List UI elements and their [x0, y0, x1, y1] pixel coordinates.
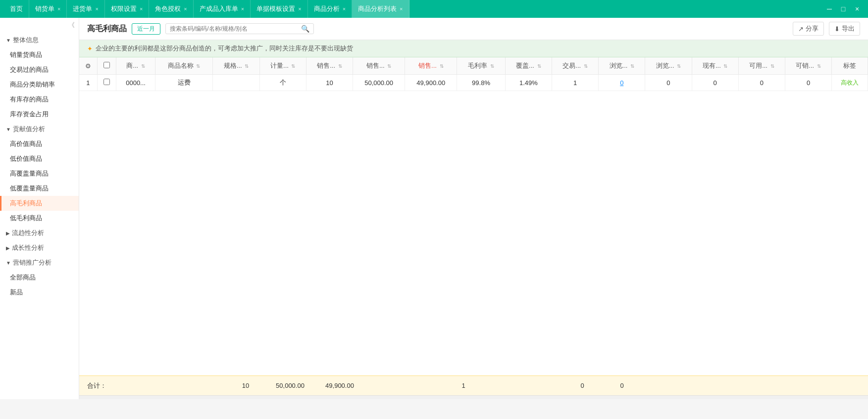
nav-item-sales[interactable]: 销货单 ×	[29, 0, 67, 18]
content-header: 高毛利商品 近一月 🔍 ↗ 分享 ⬇ 导出	[79, 18, 868, 40]
sidebar-item-in-stock[interactable]: 有库存的商品	[0, 92, 79, 107]
share-icon: ↗	[798, 25, 804, 33]
sort-icon: ⇅	[291, 63, 295, 69]
sort-icon: ⇅	[440, 63, 444, 69]
nav-close-inbound[interactable]: ×	[241, 6, 244, 12]
cell-unit: 个	[259, 75, 306, 91]
sidebar-item-high-value[interactable]: 高价值商品	[0, 137, 79, 151]
sidebar-item-high-coverage[interactable]: 高覆盖量商品	[0, 166, 79, 181]
nav-close-purchase[interactable]: ×	[95, 6, 98, 12]
sidebar-item-traded-goods[interactable]: 交易过的商品	[0, 62, 79, 77]
data-table: ⚙ 商... ⇅ 商品名称 ⇅	[79, 57, 868, 91]
sort-icon: ⇅	[817, 63, 821, 69]
col-checkbox[interactable]	[97, 57, 116, 75]
table-wrapper: ⚙ 商... ⇅ 商品名称 ⇅	[79, 57, 868, 375]
sidebar-item-low-value[interactable]: 低价值商品	[0, 151, 79, 166]
sidebar-item-low-coverage[interactable]: 低覆盖量商品	[0, 181, 79, 196]
sort-icon: ⇅	[141, 63, 145, 69]
search-input[interactable]	[170, 25, 301, 32]
nav-item-inbound[interactable]: 产成品入库单 ×	[194, 0, 251, 18]
footer-label: 合计：	[87, 381, 127, 390]
col-transactions[interactable]: 交易... ⇅	[552, 57, 598, 75]
nav-item-analysis[interactable]: 商品分析 ×	[308, 0, 352, 18]
nav-close-permissions[interactable]: ×	[140, 6, 143, 12]
select-all-checkbox[interactable]	[103, 62, 110, 68]
horizontal-scrollbar[interactable]	[79, 395, 868, 399]
nav-item-roles[interactable]: 角色授权 ×	[149, 0, 193, 18]
sidebar-group-trend[interactable]: ▶ 流趋性分析	[0, 226, 79, 240]
footer-available: 0	[602, 382, 642, 389]
col-tag[interactable]: 标签	[832, 57, 868, 75]
col-unit[interactable]: 计量... ⇅	[259, 57, 306, 75]
cell-sales-amount: 50,000.00	[353, 75, 405, 91]
nav-close-analysis[interactable]: ×	[343, 6, 346, 12]
share-btn[interactable]: ↗ 分享	[793, 22, 824, 36]
sidebar-item-capital-occupied[interactable]: 库存资金占用	[0, 107, 79, 122]
nav-item-analysis-list[interactable]: 商品分析列表 ×	[352, 0, 409, 18]
filter-recent-btn[interactable]: 近一月	[132, 23, 160, 35]
sort-icon: ⇅	[338, 63, 342, 69]
col-sales-amount[interactable]: 销售... ⇅	[353, 57, 405, 75]
nav-item-permissions[interactable]: 权限设置 ×	[105, 0, 149, 18]
window-close-btn[interactable]: ×	[850, 2, 864, 16]
sidebar-item-new-goods[interactable]: 新品	[0, 285, 79, 300]
cell-views1[interactable]: 0	[599, 75, 645, 91]
sort-icon: ⇅	[196, 63, 200, 69]
sort-icon: ⇅	[490, 63, 494, 69]
sidebar-item-high-margin[interactable]: 高毛利商品	[0, 196, 79, 211]
cell-checkbox[interactable]	[97, 75, 116, 91]
cell-available: 0	[738, 75, 785, 91]
window-maximize-btn[interactable]: □	[836, 2, 850, 16]
arrow-icon: ▼	[6, 38, 11, 43]
nav-item-purchase[interactable]: 进货单 ×	[67, 0, 104, 18]
col-sellable[interactable]: 可销... ⇅	[785, 57, 831, 75]
arrow-icon: ▶	[6, 245, 10, 251]
sidebar-item-low-margin[interactable]: 低毛利商品	[0, 211, 79, 226]
col-views2[interactable]: 浏览... ⇅	[645, 57, 692, 75]
col-coverage[interactable]: 覆盖... ⇅	[505, 57, 552, 75]
sort-icon: ⇅	[770, 63, 774, 69]
footer-sales-qty: 10	[226, 382, 265, 389]
search-icon[interactable]: 🔍	[301, 25, 309, 33]
nav-close-sales[interactable]: ×	[57, 6, 60, 12]
sort-icon: ⇅	[584, 63, 588, 69]
col-available[interactable]: 可用... ⇅	[738, 57, 785, 75]
sidebar-item-hot-goods[interactable]: 销量货商品	[0, 47, 79, 62]
nav-item-template[interactable]: 单据模板设置 ×	[251, 0, 307, 18]
window-minimize-btn[interactable]: ─	[822, 2, 836, 16]
col-code[interactable]: 商... ⇅	[116, 57, 155, 75]
sidebar: 《 ▼ 整体信息 销量货商品 交易过的商品 商品分类助销率 有库存的商品 库存资…	[0, 18, 79, 399]
nav-item-home[interactable]: 首页	[4, 0, 29, 18]
col-gross-margin[interactable]: 毛利率 ⇅	[457, 57, 505, 75]
arrow-icon: ▼	[6, 127, 11, 132]
sidebar-item-category-assist-rate[interactable]: 商品分类助销率	[0, 77, 79, 92]
cell-code: 0000...	[116, 75, 155, 91]
sidebar-group-overview[interactable]: ▼ 整体信息	[0, 33, 79, 47]
col-settings[interactable]: ⚙	[79, 57, 97, 75]
table-row: 1 0000... 运费 个 10 50,000.00 49,900.00 99…	[79, 75, 868, 91]
col-spec[interactable]: 规格... ⇅	[213, 57, 259, 75]
content-area: 高毛利商品 近一月 🔍 ↗ 分享 ⬇ 导出 ✦ 企业的主要的利润都是这部分商品创…	[79, 18, 868, 399]
sidebar-group-marketing[interactable]: ▼ 营销推广分析	[0, 255, 79, 270]
sort-icon: ⇅	[245, 63, 249, 69]
sidebar-group-contribution[interactable]: ▼ 贡献值分析	[0, 122, 79, 137]
col-views1[interactable]: 浏览... ⇅	[599, 57, 645, 75]
nav-close-roles[interactable]: ×	[184, 6, 187, 12]
footer-transactions: 1	[444, 382, 483, 389]
sort-icon: ⇅	[387, 63, 391, 69]
cell-views2: 0	[645, 75, 692, 91]
export-btn[interactable]: ⬇ 导出	[829, 22, 860, 36]
sidebar-group-growth[interactable]: ▶ 成长性分析	[0, 240, 79, 255]
nav-close-template[interactable]: ×	[298, 6, 301, 12]
sort-icon: ⇅	[723, 63, 727, 69]
col-sales-qty[interactable]: 销售... ⇅	[306, 57, 353, 75]
sort-icon: ⇅	[537, 63, 541, 69]
col-sales-cost[interactable]: 销售... ⇅	[405, 57, 457, 75]
nav-close-analysis-list[interactable]: ×	[400, 6, 403, 12]
col-current-stock[interactable]: 现有... ⇅	[692, 57, 738, 75]
cell-spec	[213, 75, 259, 91]
sidebar-collapse-btn[interactable]: 《	[0, 18, 79, 33]
col-name[interactable]: 商品名称 ⇅	[155, 57, 213, 75]
sidebar-item-all-goods[interactable]: 全部商品	[0, 270, 79, 285]
cell-current-stock: 0	[692, 75, 738, 91]
